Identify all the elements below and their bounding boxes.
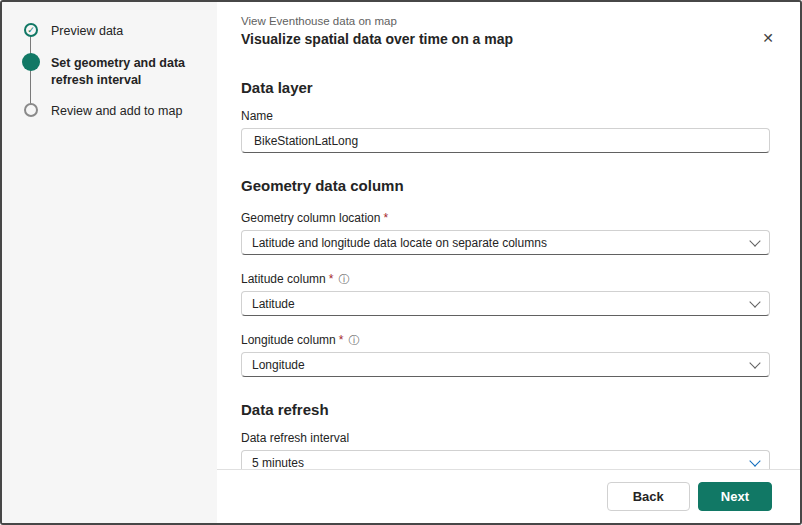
dialog-header: View Eventhouse data on map Visualize sp… — [217, 2, 800, 47]
latitude-column-label: Latitude column * ⓘ — [241, 272, 770, 286]
info-icon[interactable]: ⓘ — [348, 335, 359, 346]
wizard-sidebar: ✓ Preview data Set geometry and data ref… — [2, 2, 217, 523]
dropdown-value: Latitude — [252, 297, 295, 311]
section-heading-data-refresh: Data refresh — [241, 401, 770, 418]
stepper: ✓ Preview data Set geometry and data ref… — [2, 2, 217, 120]
step-label: Preview data — [51, 22, 123, 40]
step-preview-data[interactable]: ✓ Preview data — [22, 22, 203, 40]
required-marker: * — [329, 272, 334, 286]
geometry-column-location-dropdown[interactable]: Latitude and longitude data locate on se… — [241, 230, 770, 255]
step-completed-check-icon: ✓ — [24, 23, 38, 37]
wizard-dialog: ✓ Preview data Set geometry and data ref… — [0, 0, 802, 525]
step-review-add[interactable]: Review and add to map — [22, 102, 203, 120]
wizard-main-panel: View Eventhouse data on map Visualize sp… — [217, 2, 800, 523]
next-button[interactable]: Next — [698, 482, 772, 511]
info-icon[interactable]: ⓘ — [338, 274, 349, 285]
back-button[interactable]: Back — [607, 482, 690, 511]
longitude-column-label: Longitude column * ⓘ — [241, 333, 770, 347]
section-heading-data-layer: Data layer — [241, 79, 770, 96]
dialog-eyebrow: View Eventhouse data on map — [241, 15, 776, 27]
latitude-column-dropdown[interactable]: Latitude — [241, 291, 770, 316]
page-title: Visualize spatial data over time on a ma… — [241, 31, 776, 47]
chevron-down-icon — [749, 455, 760, 466]
name-label: Name — [241, 109, 770, 123]
chevron-down-icon — [749, 296, 760, 307]
chevron-down-icon — [749, 235, 760, 246]
dropdown-value: Latitude and longitude data locate on se… — [252, 236, 547, 250]
geometry-column-location-label: Geometry column location * — [241, 211, 770, 225]
section-heading-geometry: Geometry data column — [241, 177, 770, 194]
close-icon[interactable]: ✕ — [756, 26, 780, 50]
step-label: Review and add to map — [51, 102, 182, 120]
name-field-wrapper — [241, 128, 770, 153]
chevron-down-icon — [749, 357, 760, 368]
step-pending-circle-icon — [24, 103, 38, 117]
dialog-footer: Back Next — [217, 469, 800, 523]
required-marker: * — [383, 211, 388, 225]
step-label: Set geometry and data refresh interval — [51, 53, 203, 89]
step-active-dot-icon — [22, 53, 40, 71]
data-refresh-interval-label: Data refresh interval — [241, 431, 770, 445]
form-content: Data layer Name Geometry data column Geo… — [217, 79, 800, 475]
required-marker: * — [339, 333, 344, 347]
name-input[interactable] — [252, 133, 759, 149]
step-set-geometry[interactable]: Set geometry and data refresh interval — [22, 53, 203, 89]
dropdown-value: Longitude — [252, 358, 305, 372]
longitude-column-dropdown[interactable]: Longitude — [241, 352, 770, 377]
dropdown-value: 5 minutes — [252, 456, 304, 470]
